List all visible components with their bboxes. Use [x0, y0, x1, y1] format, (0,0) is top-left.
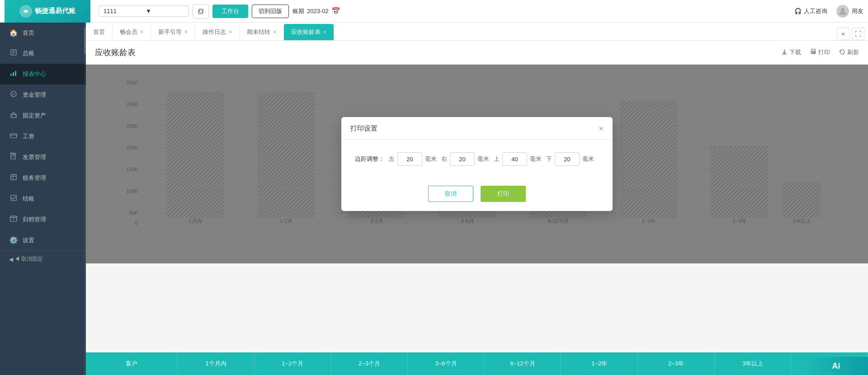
margin-label: 边距调整： [355, 155, 384, 163]
invoice-icon [9, 153, 18, 162]
refresh-icon [839, 49, 845, 56]
right-dir-label: 右 [441, 155, 447, 163]
col-6-12month: 6~12个月 [485, 352, 561, 375]
tab-ar-aging-close[interactable]: × [323, 29, 326, 35]
copy-button[interactable] [193, 4, 209, 19]
sidebar-item-settings[interactable]: ⚙️ 设置 [0, 230, 86, 250]
sidebar-item-archive[interactable]: 归档管理 [0, 209, 86, 230]
sidebar-item-report[interactable]: 报表中心 [0, 64, 86, 84]
ai-badge[interactable]: Ai [804, 357, 868, 375]
archive-icon [9, 215, 18, 224]
bottom-margin-input[interactable] [555, 152, 580, 166]
sidebar: 🏠 首页 总账 报表中心 [0, 23, 86, 375]
tab-home-label: 首页 [93, 28, 105, 36]
switch-version-button[interactable]: 切到旧版 [252, 5, 289, 18]
svg-rect-7 [10, 74, 12, 76]
left-dir-label: 左 [389, 155, 395, 163]
svg-rect-27 [811, 49, 815, 52]
settings-icon: ⚙️ [9, 236, 18, 244]
page-title: 应收账龄表 [95, 47, 136, 58]
sidebar-item-payroll[interactable]: 工资 [0, 126, 86, 147]
payroll-icon [9, 132, 18, 141]
print-button[interactable]: 打印 [810, 48, 830, 56]
tab-period-end-close[interactable]: × [273, 29, 276, 35]
col-1-2year: 1~2年 [561, 352, 638, 375]
col-3plus-year: 3年以上 [715, 352, 792, 375]
svg-rect-9 [15, 71, 16, 76]
modal-close-button[interactable]: × [599, 125, 604, 133]
tab-member-close[interactable]: × [140, 29, 143, 35]
sidebar-item-assets[interactable]: 固定资产 [0, 105, 86, 126]
consult-area[interactable]: 🎧 人工咨询 [794, 7, 827, 15]
sidebar-item-cash[interactable]: ¥ 资金管理 [0, 84, 86, 105]
collapse-sidebar-button[interactable]: ◀ ◀ 取消固定 [0, 250, 86, 267]
svg-point-30 [814, 52, 815, 53]
top-dir-label: 上 [494, 155, 500, 163]
headset-icon: 🎧 [794, 8, 802, 14]
sidebar-item-home[interactable]: 🏠 首页 [0, 23, 86, 43]
sidebar-label-invoice: 发票管理 [23, 153, 46, 161]
tab-member[interactable]: 畅会员 × [113, 24, 151, 40]
download-icon [781, 49, 788, 56]
assets-icon [9, 111, 18, 120]
sidebar-label-tax: 税务管理 [23, 174, 46, 182]
svg-rect-24 [10, 216, 17, 217]
sidebar-item-settle[interactable]: 结账 [0, 188, 86, 209]
download-button[interactable]: 下载 [781, 48, 801, 56]
consult-label: 人工咨询 [804, 7, 827, 15]
top-margin-input[interactable] [502, 152, 527, 166]
refresh-button[interactable]: 刷新 [839, 48, 859, 56]
svg-rect-12 [11, 115, 16, 117]
calendar-icon[interactable]: 📅 [331, 7, 340, 15]
tab-home[interactable]: 首页 [86, 24, 113, 40]
tab-ar-aging-label: 应收账龄表 [291, 28, 321, 36]
tab-log[interactable]: 操作日志 × [195, 24, 240, 40]
svg-rect-19 [11, 174, 16, 180]
tab-guide-close[interactable]: × [184, 29, 188, 35]
tax-icon [9, 173, 18, 183]
tab-bar: 首页 畅会员 × 新手引导 × 操作日志 × 期末结转 × 应收账龄表 × [86, 23, 868, 41]
sidebar-label-cash: 资金管理 [23, 91, 46, 99]
col-customer: 客户 [86, 352, 178, 375]
bottom-dir-label: 下 [546, 155, 552, 163]
logo-icon [19, 5, 32, 18]
bottom-margin-group: 下 毫米 [546, 152, 594, 166]
table-header-row: 客户 1个月内 1~2个月 2~3个月 3~6个月 6~12个月 [86, 352, 868, 375]
sidebar-item-ledger[interactable]: 总账 [0, 43, 86, 64]
logo-text: 畅捷通易代账 [35, 7, 75, 15]
cancel-button[interactable]: 取消 [428, 186, 473, 202]
top-unit-label: 毫米 [530, 155, 542, 163]
workbench-button[interactable]: 工作台 [212, 5, 248, 18]
period-value: 2023-02 [307, 8, 329, 14]
sidebar-item-invoice[interactable]: 发票管理 [0, 147, 86, 168]
sidebar-item-tax[interactable]: 税务管理 [0, 168, 86, 188]
left-margin-input[interactable] [397, 152, 422, 166]
modal-title: 打印设置 [350, 124, 377, 133]
col-1month: 1个月内 [178, 352, 255, 375]
user-area[interactable]: 用友 [836, 5, 863, 18]
sidebar-label-archive: 归档管理 [23, 216, 46, 224]
tab-log-close[interactable]: × [229, 29, 232, 35]
tab-ar-aging[interactable]: 应收账龄表 × [284, 24, 334, 40]
sidebar-label-home: 首页 [23, 29, 34, 37]
svg-point-2 [841, 8, 844, 12]
confirm-print-button[interactable]: 打印 [481, 186, 526, 202]
avatar [836, 5, 849, 18]
sidebar-label-ledger: 总账 [23, 49, 34, 57]
tab-period-end-label: 期末结转 [247, 28, 270, 36]
company-selector[interactable]: 1111 ▼ [99, 5, 189, 17]
modal-body: 边距调整： 左 毫米 右 毫米 [341, 140, 613, 178]
company-name: 1111 [104, 8, 142, 14]
tab-close-all-button[interactable]: × [837, 28, 849, 40]
svg-rect-23 [10, 217, 17, 221]
tab-guide[interactable]: 新手引导 × [151, 24, 195, 40]
sidebar-label-settings: 设置 [23, 236, 34, 244]
tab-expand-button[interactable]: ⛶ [852, 28, 864, 40]
tab-guide-label: 新手引导 [158, 28, 182, 36]
logo: 畅捷通易代账 [5, 0, 90, 23]
modal-header: 打印设置 × [341, 117, 613, 140]
right-margin-input[interactable] [450, 152, 475, 166]
tab-period-end[interactable]: 期末结转 × [240, 24, 284, 40]
company-dropdown-icon: ▼ [146, 8, 184, 14]
collapse-icon: ◀ [9, 256, 13, 262]
